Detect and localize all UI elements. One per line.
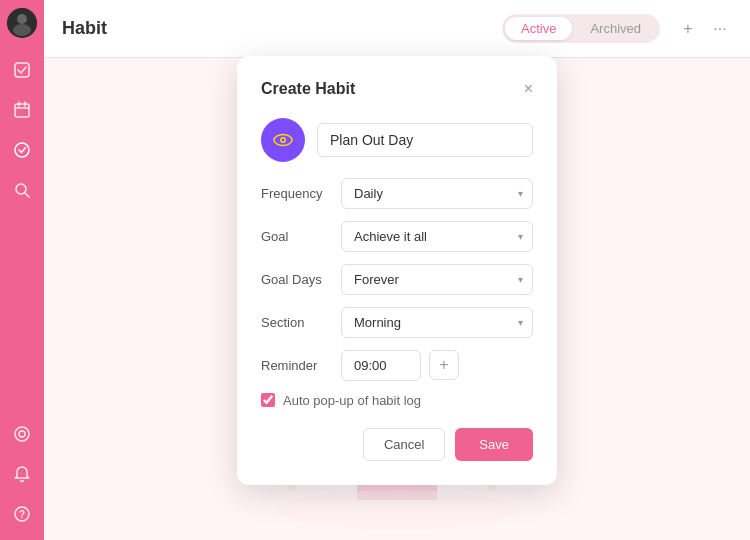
close-icon[interactable]: ×: [524, 81, 533, 97]
goal-select-wrapper: Achieve it allComplete onceComplete twic…: [341, 221, 533, 252]
goal-row: Goal Achieve it allComplete onceComplete…: [261, 221, 533, 252]
sidebar-item-help[interactable]: ?: [4, 496, 40, 532]
habit-icon-button[interactable]: [261, 118, 305, 162]
section-select[interactable]: MorningAfternoonEveningAnytime: [341, 307, 533, 338]
goal-days-select-wrapper: Forever7 days30 days90 days ▾: [341, 264, 533, 295]
avatar[interactable]: [7, 8, 37, 38]
sidebar-bottom: ?: [4, 416, 40, 532]
svg-point-2: [13, 24, 31, 36]
sidebar-item-bell[interactable]: [4, 456, 40, 492]
modal-backdrop: Create Habit × Frequency: [44, 0, 750, 540]
goal-days-select[interactable]: Forever7 days30 days90 days: [341, 264, 533, 295]
sidebar: ?: [0, 0, 44, 540]
habit-icon-row: [261, 118, 533, 162]
sidebar-item-calendar[interactable]: [4, 92, 40, 128]
auto-popup-label: Auto pop-up of habit log: [283, 393, 421, 408]
svg-point-11: [15, 427, 29, 441]
section-label: Section: [261, 315, 341, 330]
modal-buttons: Cancel Save: [261, 428, 533, 461]
auto-popup-row: Auto pop-up of habit log: [261, 393, 533, 408]
sidebar-item-check[interactable]: [4, 52, 40, 88]
svg-rect-3: [15, 63, 29, 77]
sidebar-item-habit[interactable]: [4, 132, 40, 168]
svg-point-8: [15, 143, 29, 157]
modal-title: Create Habit: [261, 80, 355, 98]
goal-label: Goal: [261, 229, 341, 244]
goal-select[interactable]: Achieve it allComplete onceComplete twic…: [341, 221, 533, 252]
reminder-add-button[interactable]: +: [429, 350, 459, 380]
goal-days-row: Goal Days Forever7 days30 days90 days ▾: [261, 264, 533, 295]
sidebar-item-target[interactable]: [4, 416, 40, 452]
svg-line-10: [25, 193, 29, 197]
section-select-wrapper: MorningAfternoonEveningAnytime ▾: [341, 307, 533, 338]
goal-days-label: Goal Days: [261, 272, 341, 287]
svg-point-1: [17, 14, 27, 24]
modal-header: Create Habit ×: [261, 80, 533, 98]
frequency-select-wrapper: DailyWeeklyMonthly ▾: [341, 178, 533, 209]
reminder-time-input[interactable]: [341, 350, 421, 381]
frequency-label: Frequency: [261, 186, 341, 201]
frequency-select[interactable]: DailyWeeklyMonthly: [341, 178, 533, 209]
svg-point-43: [282, 138, 285, 141]
save-button[interactable]: Save: [455, 428, 533, 461]
reminder-row: Reminder +: [261, 350, 533, 381]
habit-name-input[interactable]: [317, 123, 533, 157]
svg-rect-4: [15, 104, 29, 117]
cancel-button[interactable]: Cancel: [363, 428, 445, 461]
sidebar-item-search[interactable]: [4, 172, 40, 208]
auto-popup-checkbox[interactable]: [261, 393, 275, 407]
frequency-row: Frequency DailyWeeklyMonthly ▾: [261, 178, 533, 209]
main-area: Habit Active Archived + ···: [44, 0, 750, 540]
svg-point-12: [19, 431, 25, 437]
section-row: Section MorningAfternoonEveningAnytime ▾: [261, 307, 533, 338]
svg-text:?: ?: [19, 509, 25, 520]
reminder-label: Reminder: [261, 358, 341, 373]
create-habit-modal: Create Habit × Frequency: [237, 56, 557, 485]
